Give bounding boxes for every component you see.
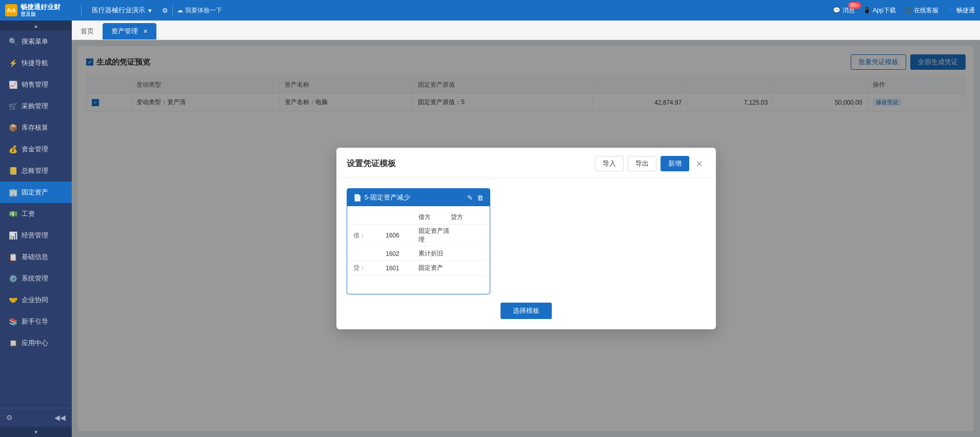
user-btn[interactable]: 👤 畅捷通	[947, 6, 975, 15]
online-service-btn[interactable]: 🎧 在线客服	[904, 6, 938, 15]
sidebar-scroll-down[interactable]: ▼	[0, 427, 72, 437]
sidebar-label-guide: 新手引导	[22, 317, 48, 326]
sidebar-item-sales[interactable]: 📈 销售管理	[0, 74, 72, 95]
modal-header-actions: 导入 导出 新增 ✕	[595, 156, 706, 171]
template-card: 📄 5-固定资产减少 ✎ 🗑	[347, 188, 490, 294]
template-entry-2: 1602 累计折旧	[347, 247, 490, 261]
sidebar-item-guide[interactable]: 📚 新手引导	[0, 311, 72, 332]
topbar-divider	[81, 5, 82, 15]
app-download-btn[interactable]: 📱 App下载	[863, 6, 896, 15]
modal-overlay: 设置凭证模板 导入 导出 新增 ✕ 📄	[72, 40, 980, 437]
export-btn[interactable]: 导出	[628, 156, 656, 171]
template-entry-4	[347, 275, 490, 290]
template-select-wrap: 选择模板	[347, 303, 706, 319]
sidebar-label-basic: 基础信息	[22, 252, 48, 262]
sidebar-label-search: 搜索菜单	[22, 37, 48, 46]
sidebar-item-search[interactable]: 🔍 搜索菜单	[0, 31, 72, 52]
template-id-name: 5-固定资产减少	[365, 193, 411, 202]
settings-bottom-icon[interactable]: ⚙	[6, 413, 13, 422]
modal-header: 设置凭证模板 导入 导出 新增 ✕	[336, 148, 716, 178]
template-card-actions: ✎ 🗑	[467, 194, 484, 202]
sidebar-icon-apps: 🔲	[8, 339, 17, 348]
tab-assets[interactable]: 资产管理✕	[103, 23, 156, 39]
sidebar-icon-payroll: 💵	[8, 209, 17, 218]
sidebar-icon-basic: 📋	[8, 252, 17, 262]
logo-sub: 普及版	[21, 11, 61, 17]
page-content: ✓ 生成的凭证预览 批量凭证模板 全部生成凭证 变动类型 资产名称	[72, 40, 980, 437]
sidebar-item-purchase[interactable]: 🛒 采购管理	[0, 95, 72, 117]
sidebar-item-quicknav[interactable]: ⚡ 快捷导航	[0, 52, 72, 74]
messages-btn[interactable]: 💬 消息 99+	[833, 6, 855, 15]
template-edit-icon[interactable]: ✎	[467, 194, 473, 202]
sidebar-icon-search: 🔍	[8, 37, 17, 46]
sidebar-item-inventory[interactable]: 📦 库存核算	[0, 117, 72, 138]
template-delete-icon[interactable]: 🗑	[477, 194, 484, 202]
template-card-header: 📄 5-固定资产减少 ✎ 🗑	[347, 189, 490, 206]
tab-label-home: 首页	[81, 27, 94, 36]
sidebar-item-payroll[interactable]: 💵 工资	[0, 203, 72, 225]
main-layout: ▲ 🔍 搜索菜单 ⚡ 快捷导航 📈 销售管理 🛒 采购管理 📦 库存核算 💰 资…	[0, 21, 980, 437]
sidebar-label-ledger: 总账管理	[22, 166, 48, 175]
sidebar-icon-fixed: 🏢	[8, 188, 17, 197]
dropdown-icon: ▾	[148, 7, 152, 14]
topbar: AtA 畅捷通好业财 普及版 医疗器械行业演示 ▾ ⚙ ☁ 我要体验一下 💬 消…	[0, 0, 980, 21]
sidebar-item-apps[interactable]: 🔲 应用中心	[0, 332, 72, 354]
sidebar-label-sales: 销售管理	[22, 80, 48, 89]
sidebar-label-apps: 应用中心	[22, 339, 48, 348]
sidebar-label-fixed: 固定资产	[22, 188, 48, 197]
sidebar-item-funds[interactable]: 💰 资金管理	[0, 138, 72, 160]
experience-btn[interactable]: ☁ 我要体验一下	[177, 6, 222, 15]
template-entry-header: 借方 贷方	[347, 210, 490, 225]
sidebar-icon-purchase: 🛒	[8, 102, 17, 111]
logo-icon: AtA	[5, 4, 17, 16]
sidebar-item-collab[interactable]: 🤝 企业协同	[0, 289, 72, 311]
sidebar-label-purchase: 采购管理	[22, 102, 48, 111]
sidebar-bottom: ⚙ ◀◀	[0, 408, 72, 427]
sidebar-item-system[interactable]: ⚙️ 系统管理	[0, 268, 72, 289]
sidebar-icon-inventory: 📦	[8, 123, 17, 132]
modal-body: 📄 5-固定资产减少 ✎ 🗑	[336, 178, 716, 329]
template-entry-1: 借： 1606 固定资产清理	[347, 225, 490, 247]
logo-name: 畅捷通好业财	[21, 3, 61, 11]
sidebar-label-inventory: 库存核算	[22, 123, 48, 132]
topbar-company[interactable]: 医疗器械行业演示 ▾	[86, 6, 158, 15]
sidebar-icon-ledger: 📒	[8, 166, 17, 175]
sidebar-item-ledger[interactable]: 📒 总账管理	[0, 160, 72, 182]
sidebar-icon-funds: 💰	[8, 145, 17, 154]
tab-home[interactable]: 首页	[72, 23, 103, 39]
sidebar-item-fixed[interactable]: 🏢 固定资产	[0, 182, 72, 203]
template-select-btn[interactable]: 选择模板	[501, 303, 552, 319]
sidebar-label-payroll: 工资	[22, 209, 35, 218]
settings-icon[interactable]: ⚙	[162, 7, 168, 14]
collapse-icon[interactable]: ◀◀	[54, 413, 66, 422]
new-btn[interactable]: 新增	[661, 156, 689, 171]
template-entry-3: 贷： 1601 固定资产	[347, 261, 490, 275]
logo: AtA 畅捷通好业财 普及版	[5, 3, 77, 17]
sidebar-icon-quicknav: ⚡	[8, 58, 17, 68]
sidebar-scroll-up[interactable]: ▲	[0, 21, 72, 31]
modal-close-btn[interactable]: ✕	[693, 157, 706, 170]
template-card-body: 借方 贷方 借： 1606 固定资产清理	[347, 206, 490, 294]
sidebar-icon-sales: 📈	[8, 80, 17, 89]
sidebar-icon-collab: 🤝	[8, 295, 17, 305]
tab-close-assets[interactable]: ✕	[143, 28, 148, 35]
sidebar-label-funds: 资金管理	[22, 145, 48, 154]
content-area: 首页资产管理✕ ✓ 生成的凭证预览 批量凭证模板 全部生成凭证	[72, 21, 980, 437]
sidebar-item-operations[interactable]: 📊 经营管理	[0, 225, 72, 246]
sidebar-label-operations: 经营管理	[22, 231, 48, 240]
sidebar-label-collab: 企业协同	[22, 295, 48, 305]
messages-badge: 99+	[848, 2, 861, 9]
sidebar-label-quicknav: 快捷导航	[22, 58, 48, 68]
modal: 设置凭证模板 导入 导出 新增 ✕ 📄	[336, 148, 716, 329]
modal-title: 设置凭证模板	[347, 158, 396, 169]
import-btn[interactable]: 导入	[595, 156, 624, 171]
sidebar-icon-operations: 📊	[8, 231, 17, 240]
sidebar-items: 🔍 搜索菜单 ⚡ 快捷导航 📈 销售管理 🛒 采购管理 📦 库存核算 💰 资金管…	[0, 31, 72, 354]
topbar-divider2	[172, 5, 173, 15]
tab-bar: 首页资产管理✕	[72, 21, 980, 40]
sidebar-label-system: 系统管理	[22, 274, 48, 283]
sidebar-icon-system: ⚙️	[8, 274, 17, 283]
topbar-right: 💬 消息 99+ 📱 App下载 🎧 在线客服 👤 畅捷通	[833, 6, 975, 15]
sidebar-item-basic[interactable]: 📋 基础信息	[0, 246, 72, 268]
sidebar-icon-guide: 📚	[8, 317, 17, 326]
